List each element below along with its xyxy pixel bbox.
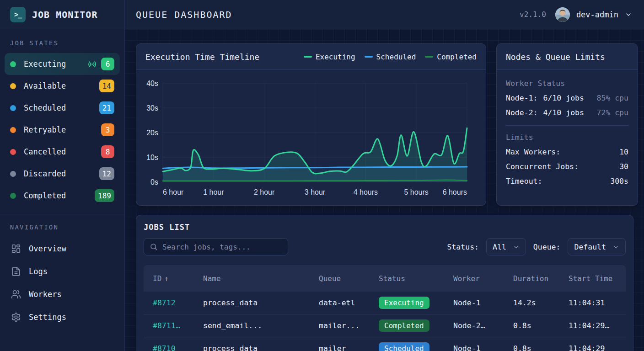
nav-label: Logs bbox=[29, 267, 48, 276]
status-filter-dropdown[interactable]: All bbox=[486, 238, 526, 255]
column-header-name[interactable]: Name bbox=[197, 274, 312, 283]
job-start-time: 11:04:31 bbox=[562, 298, 626, 307]
user-menu-chevron-down-icon[interactable] bbox=[625, 11, 632, 18]
status-filter-label: Status: bbox=[447, 243, 479, 251]
queue-filter-label: Queue: bbox=[533, 243, 561, 251]
job-start-time: 11:04:29 bbox=[562, 344, 626, 351]
limit-value: 10 bbox=[619, 148, 628, 156]
state-count-badge: 12 bbox=[99, 167, 114, 180]
state-label: Completed bbox=[24, 191, 66, 200]
state-count-badge: 21 bbox=[99, 101, 114, 114]
legend-completed[interactable]: Completed bbox=[425, 53, 477, 61]
job-id-link[interactable]: #8712 bbox=[146, 298, 197, 307]
chart-title: Execution Time Timeline bbox=[145, 52, 259, 62]
timeline-chart: 0s10s20s30s40s6 hour1 hour2 hour3 hour4 … bbox=[136, 70, 486, 205]
sidebar-state-scheduled[interactable]: Scheduled 21 bbox=[5, 97, 120, 119]
navigation-section-label: NAVIGATION bbox=[0, 223, 124, 231]
svg-text:2 hour: 2 hour bbox=[254, 188, 275, 196]
nav-label: Overview bbox=[29, 244, 66, 253]
jobs-list-card: JOBS LIST Status: All Queue: bbox=[136, 215, 633, 351]
sidebar-state-retryable[interactable]: Retryable 3 bbox=[5, 119, 120, 141]
svg-text:30s: 30s bbox=[146, 104, 158, 112]
topbar: >_ JOB MONITOR QUEUE DASHBOARD v2.1.0 de… bbox=[0, 0, 644, 29]
state-count-badge: 8 bbox=[101, 145, 114, 158]
main-content: Execution Time Timeline Executing Schedu… bbox=[125, 29, 644, 351]
state-label: Cancelled bbox=[24, 147, 66, 156]
state-label: Scheduled bbox=[24, 103, 66, 112]
table-row[interactable]: #8710 process_data mailer Scheduled Node… bbox=[144, 337, 626, 351]
limit-value: 30 bbox=[619, 162, 628, 171]
sidebar-state-available[interactable]: Available 14 bbox=[5, 75, 120, 97]
username[interactable]: dev-admin bbox=[576, 10, 618, 19]
avatar[interactable] bbox=[555, 7, 570, 22]
svg-text:6 hours: 6 hours bbox=[443, 188, 467, 196]
sidebar-item-logs[interactable]: Logs bbox=[0, 260, 124, 283]
cancelled-dot bbox=[10, 149, 16, 155]
legend-scheduled[interactable]: Scheduled bbox=[365, 53, 416, 61]
queue-filter-dropdown[interactable]: Default bbox=[568, 238, 626, 255]
job-queue: mailer... bbox=[312, 321, 372, 330]
sort-ascending-icon: ↑ bbox=[164, 274, 169, 283]
state-count-badge: 14 bbox=[99, 80, 114, 92]
sidebar-state-discarded[interactable]: Discarded 12 bbox=[5, 163, 120, 185]
nodes-limits-card: Nodes & Queue Limits Worker Status Node-… bbox=[496, 43, 638, 206]
job-duration: 0.8s bbox=[507, 344, 562, 351]
sidebar-state-executing[interactable]: Executing 6 bbox=[5, 53, 120, 75]
nodes-divider bbox=[506, 125, 628, 126]
search-input[interactable] bbox=[162, 243, 282, 251]
table-header-row: ID↑ Name Queue Status Worker Duration St… bbox=[144, 265, 626, 292]
nav-label: Workers bbox=[29, 290, 62, 299]
state-label: Discarded bbox=[24, 169, 66, 178]
svg-text:1 hour: 1 hour bbox=[203, 188, 224, 196]
status-badge: Scheduled bbox=[379, 342, 429, 351]
app-title: JOB MONITOR bbox=[32, 9, 97, 20]
column-header-queue[interactable]: Queue bbox=[312, 274, 372, 283]
job-start-time: 11:04:29… bbox=[562, 321, 626, 330]
job-id-link[interactable]: #8710 bbox=[146, 344, 197, 351]
available-dot bbox=[10, 83, 16, 89]
document-icon bbox=[11, 266, 21, 277]
column-header-duration[interactable]: Duration bbox=[507, 274, 562, 283]
limit-value: 300s bbox=[610, 177, 628, 186]
svg-text:10s: 10s bbox=[146, 154, 158, 161]
sidebar-divider bbox=[0, 214, 124, 214]
sidebar-item-overview[interactable]: Overview bbox=[0, 237, 124, 260]
job-worker: Node-1 bbox=[447, 298, 507, 307]
column-header-id[interactable]: ID↑ bbox=[146, 274, 197, 283]
sidebar-state-completed[interactable]: Completed 189 bbox=[5, 185, 120, 207]
legend-label: Scheduled bbox=[376, 53, 416, 61]
chart-legend: Executing Scheduled Completed bbox=[304, 53, 477, 61]
worker-status-label: Worker Status bbox=[506, 79, 628, 88]
job-id-link[interactable]: #8711… bbox=[146, 321, 197, 330]
status-badge: Executing bbox=[379, 297, 429, 309]
limit-row: Timeout: 300s bbox=[506, 177, 628, 186]
execution-timeline-card: Execution Time Timeline Executing Schedu… bbox=[136, 43, 486, 206]
state-label: Executing bbox=[24, 59, 66, 69]
node-name: Node-1: bbox=[506, 94, 538, 102]
jobs-search[interactable] bbox=[144, 238, 288, 255]
gear-icon bbox=[11, 312, 21, 322]
sidebar-item-workers[interactable]: Workers bbox=[0, 283, 124, 306]
table-row[interactable]: #8711… send_email... mailer... Completed… bbox=[144, 314, 626, 337]
svg-text:4 hours: 4 hours bbox=[354, 188, 378, 196]
node-cpu: 85% cpu bbox=[596, 94, 628, 102]
sidebar-item-settings[interactable]: Settings bbox=[0, 306, 124, 329]
jobs-list-title: JOBS LIST bbox=[144, 223, 626, 232]
column-header-worker[interactable]: Worker bbox=[447, 274, 507, 283]
version-label: v2.1.0 bbox=[520, 10, 546, 19]
job-queue: mailer bbox=[312, 344, 372, 351]
avatar-image bbox=[555, 7, 570, 22]
state-count-badge: 189 bbox=[95, 189, 114, 202]
sidebar-state-cancelled[interactable]: Cancelled 8 bbox=[5, 141, 120, 163]
discarded-dot bbox=[10, 171, 16, 177]
column-header-status[interactable]: Status bbox=[372, 274, 447, 283]
legend-label: Completed bbox=[437, 53, 477, 61]
legend-executing[interactable]: Executing bbox=[304, 53, 355, 61]
search-icon bbox=[150, 243, 158, 251]
sidebar: JOB STATES Executing 6 Available 14 Sche… bbox=[0, 29, 125, 351]
table-row[interactable]: #8712 process_data data-etl Executing No… bbox=[144, 292, 626, 314]
column-header-start-time[interactable]: Start Time bbox=[562, 274, 626, 283]
job-states-section-label: JOB STATES bbox=[0, 39, 124, 47]
executing-dot bbox=[10, 61, 16, 67]
svg-text:20s: 20s bbox=[146, 129, 158, 137]
